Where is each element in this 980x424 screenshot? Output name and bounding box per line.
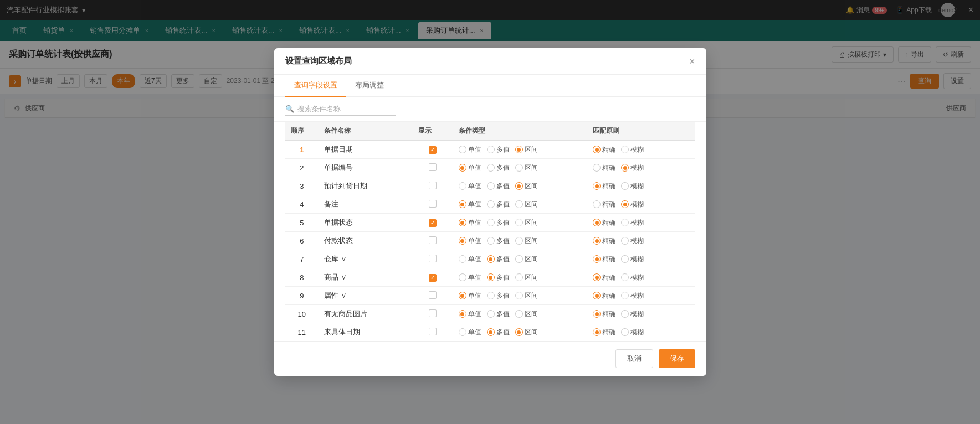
col-header-name: 条件名称 xyxy=(319,122,413,123)
dialog-search-area: 🔍 xyxy=(274,97,706,122)
col-header-display: 显示 xyxy=(413,122,453,123)
settings-dialog: 设置查询区域布局 × 查询字段设置 布局调整 🔍 顺序 xyxy=(274,48,706,123)
modal-overlay: 设置查询区域布局 × 查询字段设置 布局调整 🔍 顺序 xyxy=(0,0,980,123)
dialog-tab-layout-label: 布局调整 xyxy=(355,81,384,89)
dialog-close-button[interactable]: × xyxy=(689,56,695,66)
dialog-tab-query-fields[interactable]: 查询字段设置 xyxy=(285,75,346,97)
dialog-tab-layout[interactable]: 布局调整 xyxy=(346,75,393,97)
search-icon: 🔍 xyxy=(285,105,294,113)
search-box: 🔍 xyxy=(285,102,396,116)
dialog-tab-query-label: 查询字段设置 xyxy=(294,81,337,89)
col-header-type: 条件类型 xyxy=(453,122,588,123)
dialog-title: 设置查询区域布局 xyxy=(285,56,352,66)
col-header-match: 匹配原则 xyxy=(587,122,695,123)
search-input[interactable] xyxy=(297,105,386,113)
dialog-header: 设置查询区域布局 × xyxy=(274,48,706,75)
dialog-tabs: 查询字段设置 布局调整 xyxy=(274,75,706,97)
col-header-order: 顺序 xyxy=(285,122,319,123)
data-table: 顺序 条件名称 显示 条件类型 匹配原则 1单据日期单值多值区间精确模糊2单据编… xyxy=(274,122,706,123)
